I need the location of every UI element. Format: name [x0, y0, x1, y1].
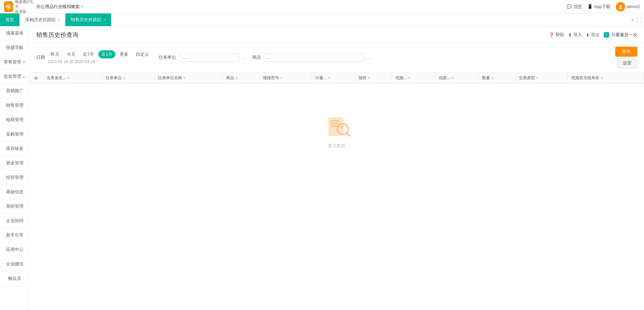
partner-label: 往来单位: [159, 54, 176, 60]
col-pretax-price[interactable]: 优惠前无税单价 ⇅: [568, 72, 644, 84]
col-goods[interactable]: 商品 ⇅: [223, 72, 260, 84]
date-label: 日期: [36, 54, 45, 60]
sidebar-item-purchase-mgmt[interactable]: 采购管理: [0, 127, 29, 142]
sidebar-item-finance-mgmt[interactable]: 资金管理: [0, 156, 29, 170]
partner-input-dots: ...: [242, 55, 246, 60]
sidebar-item-vip[interactable]: 畅会员: [0, 271, 29, 286]
app-title: 办公用品行业模拟账套: [36, 4, 80, 10]
col-quote[interactable]: 报价 ⇅: [355, 72, 392, 84]
sidebar: 搜索菜单 快捷导航 零售管理 ▼ 批发管理 ▲ 营销推广 销售管理 电商管理 采…: [0, 26, 30, 310]
download-icon: 📱: [587, 4, 593, 9]
date-btn-custom[interactable]: 自定义: [133, 50, 152, 58]
col-discount2[interactable]: 优惠... ⇅: [435, 72, 479, 84]
maximize-icon[interactable]: ⛶: [637, 17, 641, 22]
tab-sales-history[interactable]: 销售历史价跟踪 ×: [65, 13, 111, 26]
sidebar-item-enterprise-coop[interactable]: 企业协同: [0, 214, 29, 228]
tab-sales-history-close[interactable]: ×: [103, 18, 105, 21]
sidebar-item-sales-mgmt[interactable]: 销售管理: [0, 98, 29, 113]
svg-point-3: [619, 7, 622, 9]
sort-icon-pretax-price: ⇅: [600, 76, 603, 80]
sidebar-item-inventory[interactable]: 库存核算: [0, 142, 29, 156]
help-btn[interactable]: ❓ 帮助: [549, 32, 564, 38]
goods-input[interactable]: [264, 53, 364, 62]
svg-text:畅: 畅: [6, 5, 10, 9]
sort-icon-goods: ⇅: [235, 76, 238, 80]
top-bar: 畅 畅捷通好生意 标准版 办公用品行业模拟账套 ▾ 💬 消息 📱 App下载 d…: [0, 0, 644, 13]
tab-home[interactable]: 首页: [0, 13, 20, 26]
user-area[interactable]: demo2: [616, 2, 640, 11]
sidebar-item-quick-nav[interactable]: 快捷导航: [0, 41, 29, 55]
sidebar-item-wholesale-mgmt[interactable]: 批发管理 ▲: [0, 69, 29, 84]
tab-bar-actions: × ⛶: [631, 17, 644, 22]
sidebar-item-search-menu[interactable]: 搜索菜单: [0, 26, 29, 41]
sidebar-item-new-guide[interactable]: 新手引导: [0, 228, 29, 243]
logo-area: 畅 畅捷通好生意 标准版: [4, 0, 34, 14]
goods-label: 商品: [252, 54, 261, 60]
checkbox-checked-icon: ✓: [604, 32, 609, 38]
sort-icon-partner-code: ⇅: [123, 76, 125, 80]
page-actions: ❓ 帮助 ⬆ 导入 ⬇ 导出 ✓ 只看最后一次: [549, 32, 637, 38]
sidebar-item-marketing[interactable]: 营销推广: [0, 84, 29, 98]
col-biz-date[interactable]: 业务发生... ⇅: [43, 72, 102, 84]
date-btn-yesterday[interactable]: 昨天: [48, 50, 62, 58]
app-download-btn[interactable]: 📱 App下载: [587, 4, 610, 10]
app-title-dropdown-icon[interactable]: ▾: [81, 4, 83, 9]
partner-filter-group: 往来单位 ...: [159, 53, 246, 62]
page-title: 销售历史价查询: [36, 31, 78, 39]
sort-icon-discount1: ⇅: [408, 76, 411, 80]
date-btn-more[interactable]: 更多: [117, 50, 131, 58]
export-icon: ⬇: [586, 33, 590, 38]
sidebar-item-basic-info[interactable]: 基础信息: [0, 185, 29, 199]
help-icon: ❓: [549, 33, 554, 38]
sidebar-item-app-center[interactable]: 应用中心: [0, 243, 29, 257]
sort-icon-spec: ⇅: [280, 76, 283, 80]
tab-purchase-history[interactable]: 采购历史价跟踪 ×: [20, 13, 65, 26]
date-btns: 昨天 今天 近7天 近1月 更多 自定义: [48, 50, 152, 58]
tab-purchase-history-close[interactable]: ×: [58, 18, 60, 21]
col-settings[interactable]: ⚙: [30, 72, 43, 84]
import-btn[interactable]: ⬆ 导入: [568, 32, 582, 38]
col-partner-code[interactable]: 往来单位 ⇅: [102, 72, 154, 84]
sidebar-item-operations-mgmt[interactable]: 经营管理: [0, 170, 29, 185]
col-partner-name[interactable]: 往来单位名称 ⇅: [154, 72, 222, 84]
date-btn-last7[interactable]: 近7天: [80, 50, 97, 58]
message-btn[interactable]: 💬 消息: [567, 4, 582, 10]
svg-rect-5: [330, 120, 340, 121]
export-btn[interactable]: ⬇ 导出: [586, 32, 600, 38]
app-title-area[interactable]: 办公用品行业模拟账套 ▾: [36, 4, 564, 10]
query-btn[interactable]: 查询: [615, 47, 637, 57]
message-icon: 💬: [567, 4, 572, 9]
sort-icon-trade-type: ⇅: [536, 76, 539, 80]
logo-text: 畅捷通好生意 标准版: [15, 0, 34, 14]
svg-rect-6: [330, 123, 338, 124]
sidebar-item-retail-mgmt[interactable]: 零售管理 ▼: [0, 55, 29, 69]
date-btn-today[interactable]: 今天: [64, 50, 78, 58]
only-last-checkbox[interactable]: ✓ 只看最后一次: [604, 32, 637, 38]
logo-icon: 畅: [4, 1, 13, 12]
layout: 搜索菜单 快捷导航 零售管理 ▼ 批发管理 ▲ 营销推广 销售管理 电商管理 采…: [0, 26, 644, 310]
tab-bar: 首页 采购历史价跟踪 × 销售历史价跟踪 × × ⛶: [0, 13, 644, 26]
col-discount1[interactable]: 优惠... ⇅: [392, 72, 435, 84]
date-range: 2023-02-18 至 2023-03-18: [48, 59, 152, 65]
empty-text: 暂无数据: [328, 143, 345, 149]
avatar: [616, 2, 625, 11]
close-all-icon[interactable]: ×: [631, 17, 634, 22]
svg-point-2: [620, 5, 622, 7]
sort-icon-discount2: ⇅: [451, 76, 454, 80]
date-btn-last1m[interactable]: 近1月: [98, 50, 115, 58]
settings-icon[interactable]: ⚙: [34, 76, 38, 81]
date-filter-group: 日期 昨天 今天 近7天 近1月 更多 自定义 2023-02-18 至 202…: [36, 50, 152, 65]
empty-state: 暂无数据: [30, 84, 644, 176]
sidebar-item-ecommerce-mgmt[interactable]: 电商管理: [0, 113, 29, 127]
sidebar-item-system-mgmt[interactable]: 系统管理: [0, 199, 29, 214]
main-content: 销售历史价查询 ❓ 帮助 ⬆ 导入 ⬇ 导出 ✓ 只看最后一次: [30, 26, 644, 310]
col-trade-type[interactable]: 交易类型 ⇅: [515, 72, 568, 84]
col-quantity[interactable]: 数量 ⇅: [479, 72, 516, 84]
svg-line-9: [346, 133, 350, 136]
empty-icon: [323, 111, 350, 138]
sidebar-item-enterprise-wechat[interactable]: 企业微信: [0, 257, 29, 271]
settings-btn[interactable]: 设置: [617, 58, 637, 68]
col-unit[interactable]: 计量... ⇅: [312, 72, 355, 84]
col-spec[interactable]: 规格型号 ⇅: [259, 72, 312, 84]
partner-input[interactable]: [179, 53, 239, 62]
